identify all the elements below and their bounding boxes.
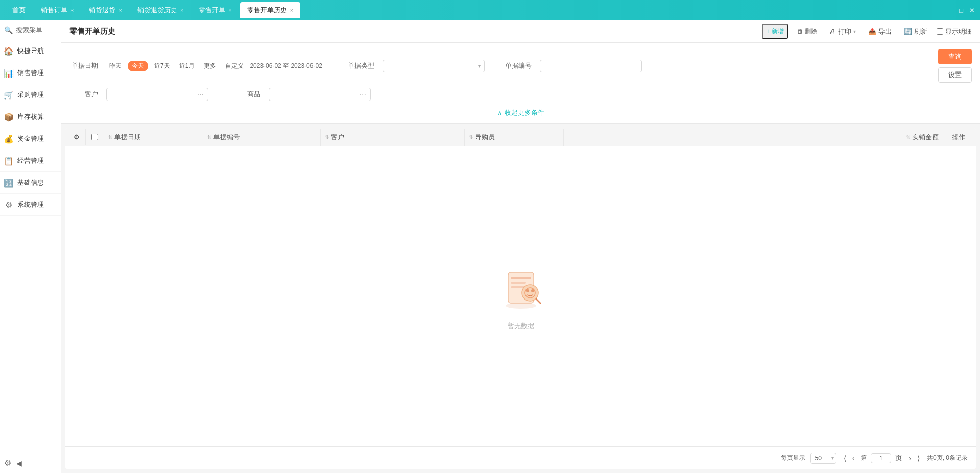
sidebar-item-system[interactable]: ⚙ 系统管理 xyxy=(0,194,61,216)
filter-row-1: 单据日期 昨天 今天 近7天 近1月 更多 自定义 2023-06-02 至 2… xyxy=(69,49,972,83)
tab-retail-order[interactable]: 零售开单 × xyxy=(192,2,238,18)
settings-icon: ⚙ xyxy=(74,133,80,141)
table-container: ⚙ ⇅ 单据日期 ⇅ 单据编号 ⇅ 客户 ⇅ xyxy=(65,128,976,469)
export-button[interactable]: 📤 导出 xyxy=(865,25,895,38)
goods-filter-label: 商品 xyxy=(232,90,260,99)
th-date[interactable]: ⇅ 单据日期 xyxy=(104,129,203,146)
svg-point-9 xyxy=(531,289,534,292)
empty-icon xyxy=(495,262,546,313)
type-select[interactable] xyxy=(383,60,485,72)
display-detail-input[interactable] xyxy=(937,28,943,35)
th-action-label: 操作 xyxy=(952,133,965,142)
sidebar-item-inventory[interactable]: 📦 库存核算 xyxy=(0,106,61,128)
th-middle-space xyxy=(564,133,844,141)
top-navigation: 首页 销售订单 × 销货退货 × 销货退货历史 × 零售开单 × 零售开单历史 … xyxy=(0,0,980,20)
date-yesterday[interactable]: 昨天 xyxy=(106,61,125,71)
page-last-btn[interactable]: ⟩ xyxy=(915,453,922,463)
page-next-btn[interactable]: › xyxy=(906,453,913,463)
th-amount[interactable]: ⇅ 实销金额 xyxy=(844,129,943,146)
tab-retail-order-close[interactable]: × xyxy=(228,7,231,13)
toolbar-actions: + 新增 🗑 删除 🖨 打印 ▾ 📤 导出 🔄 刷新 显示明细 xyxy=(762,24,972,39)
print-button[interactable]: 🖨 打印 ▾ xyxy=(826,25,859,38)
window-minimize[interactable]: — xyxy=(946,7,953,14)
print-label: 打印 xyxy=(838,27,851,36)
sidebar-gear-icon[interactable]: ⚙ xyxy=(4,458,11,468)
tab-return-history-label: 销货退货历史 xyxy=(137,6,177,15)
sidebar-bottom: ⚙ ◀ xyxy=(0,453,61,473)
page-prev-btn[interactable]: ‹ xyxy=(850,453,857,463)
sidebar-item-basic-info[interactable]: 🔢 基础信息 xyxy=(0,172,61,194)
print-icon: 🖨 xyxy=(829,28,836,35)
number-input[interactable] xyxy=(540,60,642,72)
tab-retail-history-close[interactable]: × xyxy=(290,7,293,13)
operations-icon: 📋 xyxy=(4,156,13,165)
sidebar-item-finance[interactable]: 💰 资金管理 xyxy=(0,128,61,150)
tab-home[interactable]: 首页 xyxy=(5,2,33,18)
tab-sales-order-label: 销售订单 xyxy=(41,6,67,15)
tab-return-close[interactable]: × xyxy=(118,7,122,13)
tab-return[interactable]: 销货退货 × xyxy=(82,2,129,18)
search-icon: 🔍 xyxy=(4,26,13,34)
page-label-prefix: 第 xyxy=(858,453,869,463)
sidebar-item-shortcut[interactable]: 🏠 快捷导航 xyxy=(0,40,61,62)
main-layout: 🔍 搜索采单 🏠 快捷导航 📊 销售管理 🛒 采购管理 📦 库存核算 💰 资金管… xyxy=(0,20,980,473)
sidebar-item-purchase[interactable]: 🛒 采购管理 xyxy=(0,84,61,106)
sales-icon: 📊 xyxy=(4,68,13,78)
customer-dots-icon[interactable]: ··· xyxy=(197,90,204,99)
collapse-label: 收起更多条件 xyxy=(505,108,544,117)
query-button[interactable]: 查询 xyxy=(938,49,972,64)
tab-retail-order-label: 零售开单 xyxy=(199,6,225,15)
page-number-input[interactable] xyxy=(871,453,891,463)
sidebar-search[interactable]: 🔍 搜索采单 xyxy=(0,20,61,40)
delete-button[interactable]: 🗑 删除 xyxy=(794,25,820,38)
tab-return-history[interactable]: 销货退货历史 × xyxy=(130,2,190,18)
date-7days[interactable]: 近7天 xyxy=(151,61,173,71)
sidebar-item-label: 库存核算 xyxy=(17,112,44,121)
select-all-checkbox[interactable] xyxy=(91,134,98,140)
page-size-select[interactable]: 10 20 50 100 xyxy=(810,453,836,464)
th-guide[interactable]: ⇅ 导购员 xyxy=(465,129,564,146)
sidebar-item-operations[interactable]: 📋 经营管理 xyxy=(0,150,61,172)
sidebar: 🔍 搜索采单 🏠 快捷导航 📊 销售管理 🛒 采购管理 📦 库存核算 💰 资金管… xyxy=(0,20,61,473)
date-1month[interactable]: 近1月 xyxy=(176,61,198,71)
th-number[interactable]: ⇅ 单据编号 xyxy=(203,129,321,146)
inventory-icon: 📦 xyxy=(4,112,13,121)
type-filter-label: 单据类型 xyxy=(346,61,374,70)
filter-row-2: 客户 ··· 商品 ··· xyxy=(69,88,972,101)
th-checkbox[interactable] xyxy=(86,130,104,144)
tab-return-history-close[interactable]: × xyxy=(180,7,183,13)
display-detail-label: 显示明细 xyxy=(945,27,972,36)
svg-point-8 xyxy=(526,289,529,292)
th-customer[interactable]: ⇅ 客户 xyxy=(321,129,465,146)
empty-text: 暂无数据 xyxy=(508,321,534,331)
refresh-label: 刷新 xyxy=(914,27,927,36)
page-first-btn[interactable]: ⟨ xyxy=(842,453,848,463)
window-restore[interactable]: □ xyxy=(959,7,963,14)
tab-sales-order-close[interactable]: × xyxy=(70,7,74,13)
customer-filter-label: 客户 xyxy=(69,90,98,99)
date-more[interactable]: 更多 xyxy=(201,61,219,71)
refresh-button[interactable]: 🔄 刷新 xyxy=(901,25,930,38)
goods-dots-icon[interactable]: ··· xyxy=(360,90,366,99)
sidebar-item-sales[interactable]: 📊 销售管理 xyxy=(0,62,61,84)
date-today[interactable]: 今天 xyxy=(128,61,148,71)
date-custom[interactable]: 自定义 xyxy=(222,61,247,71)
sidebar-item-label: 采购管理 xyxy=(17,90,44,99)
th-amount-label: 实销金额 xyxy=(912,133,939,142)
pagination-nav: ⟨ ‹ 第 页 › ⟩ xyxy=(842,453,922,464)
tab-retail-history[interactable]: 零售开单历史 × xyxy=(240,2,300,18)
th-settings[interactable]: ⚙ xyxy=(67,129,86,145)
refresh-icon: 🔄 xyxy=(904,28,912,35)
customer-input-wrap[interactable]: ··· xyxy=(106,88,208,101)
setting-button[interactable]: 设置 xyxy=(938,67,972,83)
tab-sales-order[interactable]: 销售订单 × xyxy=(34,2,81,18)
date-range-text: 2023-06-02 至 2023-06-02 xyxy=(250,62,322,70)
goods-input-wrap[interactable]: ··· xyxy=(269,88,371,101)
add-button[interactable]: + 新增 xyxy=(762,24,787,39)
window-close[interactable]: ✕ xyxy=(969,7,975,14)
th-customer-label: 客户 xyxy=(331,133,344,142)
date-quick-group: 昨天 今天 近7天 近1月 更多 自定义 2023-06-02 至 2023-0… xyxy=(106,61,322,71)
display-detail-checkbox[interactable]: 显示明细 xyxy=(937,27,972,36)
sidebar-collapse-icon[interactable]: ◀ xyxy=(16,459,22,467)
collapse-more-btn[interactable]: ∧ 收起更多条件 xyxy=(69,106,972,119)
